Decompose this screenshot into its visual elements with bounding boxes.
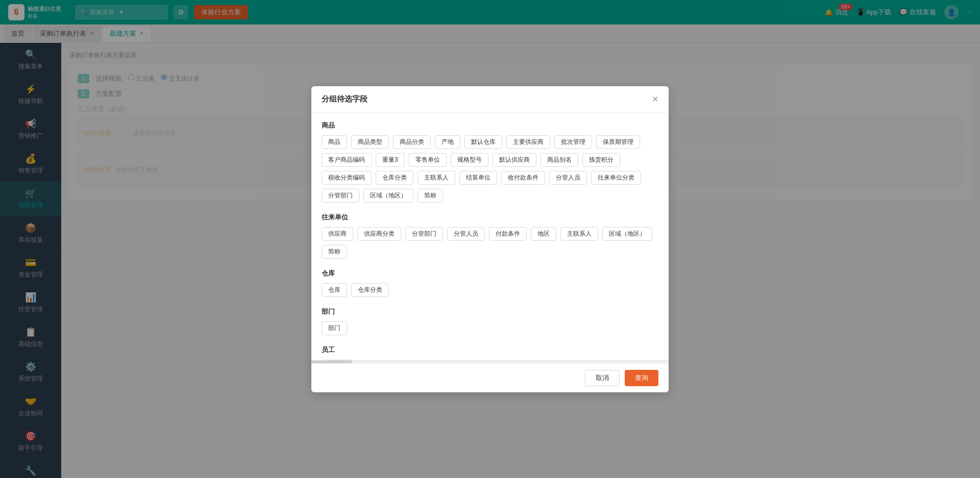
section-department: 部门 部门 (322, 307, 658, 335)
field-tag[interactable]: 重量3 (376, 153, 405, 167)
field-tag[interactable]: 客户商品编码 (322, 153, 372, 167)
section-warehouse: 仓库 仓库 仓库分类 (322, 269, 658, 297)
field-tag[interactable]: 供应商分类 (357, 227, 401, 241)
field-tag[interactable]: 简称 (418, 189, 443, 203)
field-tag[interactable]: 结算单位 (459, 171, 497, 185)
field-tag[interactable]: 分管部门 (405, 227, 443, 241)
field-tag[interactable]: 仓库 (322, 283, 347, 297)
field-tag[interactable]: 保质期管理 (596, 135, 640, 149)
field-tag[interactable]: 主要供应商 (506, 135, 550, 149)
field-tag[interactable]: 主联系人 (560, 227, 598, 241)
field-grid-warehouse: 仓库 仓库分类 (322, 283, 658, 297)
field-tag[interactable]: 商品 (322, 135, 347, 149)
field-tag[interactable]: 商品别名 (541, 153, 578, 167)
section-department-title: 部门 (322, 307, 658, 316)
modal-overlay: 分组待选字段 ✕ 商品 商品 商品类型 商品分类 产地 默认仓库 主要供应商 批… (0, 0, 980, 478)
modal-header: 分组待选字段 ✕ (311, 86, 669, 113)
field-tag[interactable]: 收付款条件 (501, 171, 545, 185)
field-tag[interactable]: 拣货积分 (582, 153, 620, 167)
field-tag[interactable]: 部门 (322, 321, 347, 335)
section-partner: 往来单位 供应商 供应商分类 分管部门 分管人员 付款条件 地区 主联系人 区域… (322, 213, 658, 259)
field-tag[interactable]: 地区 (531, 227, 556, 241)
field-tag[interactable]: 往来单位分类 (591, 171, 641, 185)
field-grid-product: 商品 商品类型 商品分类 产地 默认仓库 主要供应商 批次管理 保质期管理 客户… (322, 135, 658, 203)
field-tag[interactable]: 批次管理 (554, 135, 592, 149)
modal-footer: 取消 查询 (311, 363, 669, 392)
field-tag[interactable]: 默认仓库 (464, 135, 502, 149)
section-product-title: 商品 (322, 121, 658, 130)
field-tag[interactable]: 付款条件 (489, 227, 527, 241)
section-partner-title: 往来单位 (322, 213, 658, 222)
field-select-modal: 分组待选字段 ✕ 商品 商品 商品类型 商品分类 产地 默认仓库 主要供应商 批… (311, 86, 669, 392)
field-tag[interactable]: 区域（地区） (363, 189, 413, 203)
modal-body: 商品 商品 商品类型 商品分类 产地 默认仓库 主要供应商 批次管理 保质期管理… (311, 113, 669, 360)
field-tag[interactable]: 产地 (435, 135, 460, 149)
field-tag[interactable]: 仓库分类 (376, 171, 413, 185)
field-tag[interactable]: 分管人员 (549, 171, 587, 185)
field-tag[interactable]: 分管部门 (322, 189, 359, 203)
modal-horizontal-scrollbar[interactable] (311, 360, 669, 363)
field-grid-partner: 供应商 供应商分类 分管部门 分管人员 付款条件 地区 主联系人 区域（地区） … (322, 227, 658, 259)
field-tag[interactable]: 主联系人 (418, 171, 455, 185)
section-employee-title: 员工 (322, 345, 658, 355)
field-tag[interactable]: 供应商 (322, 227, 353, 241)
section-employee: 员工 业务员 (322, 345, 658, 360)
section-warehouse-title: 仓库 (322, 269, 658, 278)
field-tag[interactable]: 商品分类 (393, 135, 431, 149)
field-tag[interactable]: 分管人员 (447, 227, 485, 241)
confirm-button[interactable]: 查询 (625, 370, 658, 386)
field-tag[interactable]: 区域（地区） (602, 227, 652, 241)
field-tag[interactable]: 商品类型 (351, 135, 389, 149)
cancel-button[interactable]: 取消 (585, 370, 620, 386)
field-tag[interactable]: 税收分类编码 (322, 171, 372, 185)
field-tag[interactable]: 零售单位 (409, 153, 447, 167)
modal-close-button[interactable]: ✕ (652, 94, 658, 104)
modal-title: 分组待选字段 (322, 94, 368, 104)
field-tag[interactable]: 默认供应商 (493, 153, 536, 167)
field-tag[interactable]: 规格型号 (451, 153, 488, 167)
field-tag[interactable]: 简称 (322, 245, 347, 259)
section-product: 商品 商品 商品类型 商品分类 产地 默认仓库 主要供应商 批次管理 保质期管理… (322, 121, 658, 203)
field-grid-department: 部门 (322, 321, 658, 335)
field-tag[interactable]: 仓库分类 (351, 283, 389, 297)
